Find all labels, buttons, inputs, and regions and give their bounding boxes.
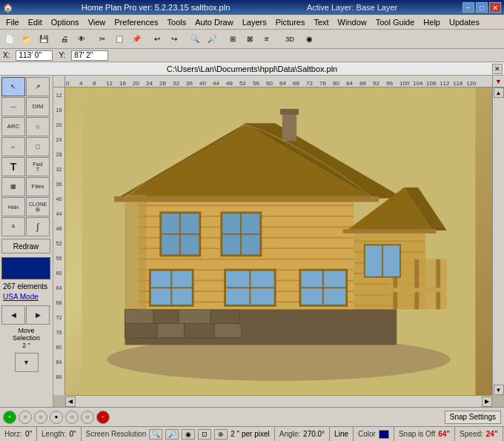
circle-btn-1[interactable]: ○	[19, 411, 32, 424]
angle-tool-button[interactable]: ⌐	[1, 137, 25, 156]
status-icon-1[interactable]: ◉	[182, 429, 195, 440]
ruler-top-tick-24: 96	[385, 80, 399, 87]
move-left-button[interactable]: ◀	[1, 305, 25, 325]
scroll-up-button[interactable]: ▲	[494, 87, 504, 98]
maximize-button[interactable]: □	[476, 2, 488, 13]
ruler-top-tick-28: 112	[439, 80, 452, 87]
open-button[interactable]: 📂	[19, 31, 35, 47]
status-icon-3[interactable]: ⊕	[214, 429, 228, 440]
menu-item-auto draw[interactable]: Auto Draw	[190, 16, 237, 28]
3d-button[interactable]: 3D	[279, 31, 300, 47]
add-button[interactable]: +	[3, 411, 16, 424]
ruler-left-tick-15: 72	[53, 310, 64, 325]
status-icon-2[interactable]: ⊡	[198, 429, 211, 440]
zoom-out-button[interactable]: 🔎	[204, 31, 220, 47]
scrollbar-bottom[interactable]: ◀ ▶	[65, 395, 492, 407]
save-button[interactable]: 💾	[36, 31, 52, 47]
toolbar: 📄 📂 💾 🖨 👁 ✂ 📋 📌 ↩ ↪ 🔍 🔎 ⊞ ⊠ ≡ 3D ◉	[0, 30, 504, 49]
preview-button[interactable]: 👁	[73, 31, 90, 47]
scroll-down-button[interactable]: ▼	[494, 385, 504, 395]
usa-mode-link[interactable]: USA Mode	[1, 292, 51, 302]
arc-tool-button[interactable]: ARC	[1, 117, 25, 136]
select-tool-button[interactable]: ↖	[1, 77, 25, 96]
rect-tool-button[interactable]: □	[26, 137, 50, 156]
files-tool-button[interactable]: Files	[26, 177, 50, 196]
x-input[interactable]	[16, 50, 53, 61]
remove-button[interactable]: −	[96, 411, 110, 424]
ruler-left-tick-0: 12	[53, 87, 64, 102]
redo-button[interactable]: ↪	[166, 31, 182, 47]
minimize-button[interactable]: −	[462, 2, 474, 13]
ruler-top-tick-5: 20	[132, 80, 145, 87]
paste-button[interactable]: 📌	[128, 31, 145, 47]
snap-settings-button[interactable]: Snap Settings	[445, 411, 501, 424]
circle-btn-4[interactable]: ○	[65, 411, 79, 424]
menu-item-updates[interactable]: Updates	[445, 16, 484, 28]
wall-tool-button[interactable]: ≡	[1, 217, 25, 236]
clone-tool-button[interactable]: CLONE⊞	[26, 197, 50, 216]
canvas-area[interactable]: 0481216202428323640444852566064687276808…	[53, 76, 504, 407]
menu-item-text[interactable]: Text	[309, 16, 333, 28]
y-input[interactable]	[71, 50, 108, 61]
menu-item-view[interactable]: View	[84, 16, 110, 28]
zoom-out-status-button[interactable]: 🔎	[165, 429, 179, 440]
new-button[interactable]: 📄	[1, 31, 18, 47]
undo-button[interactable]: ↩	[149, 31, 165, 47]
menu-item-edit[interactable]: Edit	[24, 16, 47, 28]
cut-button[interactable]: ✂	[94, 31, 110, 47]
svg-rect-40	[393, 288, 440, 292]
text-tool-button[interactable]: T	[1, 157, 25, 176]
circle-tool-button[interactable]: ○	[26, 117, 50, 136]
menu-item-help[interactable]: Help	[419, 16, 445, 28]
close-button[interactable]: ✕	[489, 2, 501, 13]
render-button[interactable]: ◉	[301, 31, 317, 47]
ruler-left-tick-9: 48	[53, 221, 64, 236]
ruler-top-tick-4: 16	[119, 80, 132, 87]
svg-rect-62	[343, 229, 436, 233]
y-label: Y:	[59, 51, 65, 59]
ruler-corner-tr: ▼	[492, 76, 504, 87]
redraw-button[interactable]: Redraw	[1, 239, 50, 253]
ruler-top-tick-10: 40	[199, 80, 212, 87]
zoom-in-status-button[interactable]: 🔍	[149, 429, 162, 440]
scroll-left-button[interactable]: ◀	[65, 397, 76, 407]
menu-item-preferences[interactable]: Preferences	[110, 16, 162, 28]
menu-item-tools[interactable]: Tools	[163, 16, 191, 28]
hidden-tool-button[interactable]: Hidn	[1, 197, 25, 216]
circle-btn-2[interactable]: ○	[34, 411, 47, 424]
ruler-top-tick-17: 68	[292, 80, 305, 87]
menu-item-layers[interactable]: Layers	[238, 16, 271, 28]
stair-tool-button[interactable]: ∫	[26, 217, 50, 236]
zoom-in-button[interactable]: 🔍	[187, 31, 203, 47]
fasttext-tool-button[interactable]: FastT	[26, 157, 50, 176]
snap-button[interactable]: ⊠	[242, 31, 258, 47]
scrollbar-right[interactable]: ▲ ▼	[492, 87, 504, 395]
move-down-button[interactable]: ▼	[15, 353, 39, 372]
line-tool-button[interactable]: —	[1, 97, 25, 116]
snap-field: Snap is Off 64"	[394, 427, 455, 441]
ruler-left-tick-14: 68	[53, 295, 64, 310]
circle-btn-5[interactable]: ○	[81, 411, 94, 424]
ruler-top-tick-26: 104	[412, 80, 425, 87]
scroll-right-button[interactable]: ▶	[482, 397, 492, 407]
fill-tool-button[interactable]: ▦	[1, 177, 25, 196]
menu-item-pictures[interactable]: Pictures	[271, 16, 310, 28]
filepath-close-button[interactable]: ✕	[492, 64, 503, 74]
grid-button[interactable]: ⊞	[225, 31, 241, 47]
menu-item-tool guide[interactable]: Tool Guide	[371, 16, 420, 28]
ruler-top-tick-21: 84	[345, 80, 359, 87]
horz-label: Horz:	[4, 430, 22, 438]
layer-button[interactable]: ≡	[259, 31, 275, 47]
color-swatch-status	[379, 430, 389, 439]
print-button[interactable]: 🖨	[56, 31, 73, 47]
circle-btn-3[interactable]: ●	[50, 411, 63, 424]
menu-item-window[interactable]: Window	[334, 16, 371, 28]
left-toolbar: ↖ ↗ — DIM ARC ○ ⌐ □ T FastT ▦ Files Hidn…	[0, 76, 53, 407]
dim-tool-button[interactable]: DIM	[26, 97, 50, 116]
move-right-button[interactable]: ▶	[26, 305, 50, 325]
menu-item-file[interactable]: File	[1, 16, 24, 28]
select2-tool-button[interactable]: ↗	[26, 77, 50, 96]
copy-button[interactable]: 📋	[111, 31, 127, 47]
speed-field: Speed: 24"	[455, 427, 503, 441]
menu-item-options[interactable]: Options	[47, 16, 84, 28]
